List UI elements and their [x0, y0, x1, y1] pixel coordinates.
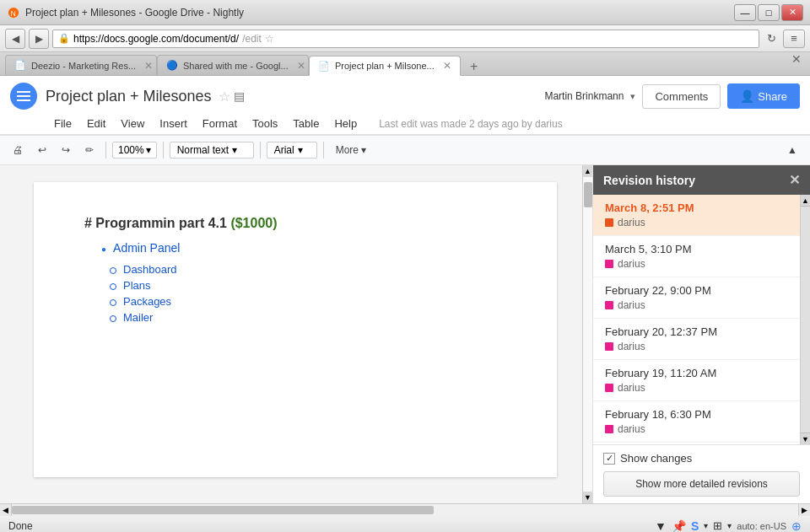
url-bar[interactable]: 🔒 https://docs.google.com/document/d/ /e… [52, 30, 759, 48]
sub-item-label: Mailer [123, 311, 153, 324]
more-button[interactable]: More ▾ [330, 141, 373, 159]
maximize-button[interactable]: □ [758, 4, 780, 21]
back-button[interactable]: ◀ [5, 29, 25, 49]
menu-tools[interactable]: Tools [246, 115, 284, 132]
refresh-button[interactable]: ↻ [763, 30, 780, 47]
download-icon[interactable]: ▼ [655, 519, 667, 533]
revision-item[interactable]: March 8, 2:51 PM darius [593, 195, 800, 236]
scroll-thumb[interactable] [12, 506, 434, 514]
user-dropdown-arrow-icon[interactable]: ▾ [630, 91, 635, 102]
scroll-left-arrow-icon[interactable]: ◀ [0, 504, 12, 516]
zoom-arrow-icon: ▾ [146, 144, 151, 156]
tabs-close-button[interactable]: ✕ [791, 52, 802, 66]
grid-dropdown-icon[interactable]: ▾ [727, 521, 732, 530]
revision-item[interactable]: February 19, 11:20 AM darius [593, 360, 800, 401]
tab-shared[interactable]: 🔵 Shared with me - Googl... ✕ [157, 55, 309, 75]
menu-insert[interactable]: Insert [153, 115, 194, 132]
font-selector[interactable]: Arial ▾ [267, 142, 317, 159]
revision-item[interactable]: February 20, 12:37 PM darius [593, 319, 800, 360]
document-list: ● Admin Panel [84, 241, 506, 258]
show-changes-checkbox[interactable]: ✓ [603, 453, 615, 465]
formatting-bar: 🖨 ↩ ↪ ✏ 100% ▾ Normal text ▾ Arial ▾ Mor… [0, 135, 810, 165]
language-text: auto: en-US [737, 521, 786, 531]
menu-table[interactable]: Table [286, 115, 326, 132]
document-page: # Programmin part 4.1 ($1000) ● Admin Pa… [34, 182, 557, 477]
menu-format[interactable]: Format [196, 115, 244, 132]
sync-dropdown-icon[interactable]: ▾ [704, 521, 708, 530]
forward-button[interactable]: ▶ [29, 29, 49, 49]
menu-help[interactable]: Help [327, 115, 364, 132]
close-button[interactable]: ✕ [781, 4, 803, 21]
user-name-label: darius [618, 217, 645, 228]
lock-icon: 🔒 [58, 33, 70, 44]
tab-project-plan[interactable]: 📄 Project plan + Milsone... ✕ [309, 56, 461, 76]
zoom-selector[interactable]: 100% ▾ [112, 142, 157, 159]
pin-icon[interactable]: 📌 [672, 519, 686, 533]
bookmark-star-icon[interactable]: ☆ [265, 33, 274, 45]
folder-icon[interactable]: ▤ [234, 89, 245, 103]
docs-title-row: Project plan + Milesones ☆ ▤ Martin Brin… [0, 76, 810, 113]
revision-scroll-track[interactable] [801, 207, 810, 433]
menu-file[interactable]: File [47, 115, 78, 132]
horizontal-scrollbar[interactable]: ◀ ▶ [0, 503, 810, 515]
tab-close-icon[interactable]: ✕ [297, 60, 305, 72]
redo-button[interactable]: ↪ [56, 141, 76, 159]
grid-icon[interactable]: ⊞ [713, 519, 722, 532]
tab-label: Shared with me - Googl... [183, 61, 289, 71]
revision-panel-close-button[interactable]: ✕ [789, 172, 800, 188]
hamburger-menu-button[interactable] [10, 83, 37, 110]
revision-scroll-down-icon[interactable]: ▼ [801, 433, 810, 444]
sync-icon[interactable]: S [691, 519, 699, 533]
scroll-track[interactable] [12, 504, 798, 516]
separator [323, 142, 324, 159]
revision-item[interactable]: February 22, 9:00 PM darius [593, 277, 800, 319]
document-title[interactable]: Project plan + Milesones [46, 88, 212, 105]
revision-date: February 18, 6:30 PM [605, 408, 788, 421]
revision-panel-scrollbar[interactable]: ▲ ▼ [800, 195, 810, 444]
comments-button[interactable]: Comments [642, 84, 721, 109]
document-area[interactable]: # Programmin part 4.1 ($1000) ● Admin Pa… [0, 165, 582, 503]
sub-bullet-icon [110, 283, 116, 290]
menu-view[interactable]: View [114, 115, 151, 132]
tab-close-icon[interactable]: ✕ [144, 60, 153, 72]
print-button[interactable]: 🖨 [7, 141, 29, 159]
user-color-dot [605, 301, 613, 309]
tabs-bar: 📄 Deezio - Marketing Res... ✕ 🔵 Shared w… [0, 52, 810, 76]
revision-item[interactable]: February 18, 6:30 PM darius [593, 401, 800, 443]
menu-edit[interactable]: Edit [80, 115, 112, 132]
tab-close-icon[interactable]: ✕ [443, 60, 451, 72]
scroll-right-arrow-icon[interactable]: ▶ [798, 504, 810, 516]
list-item: Plans [110, 279, 506, 292]
browser-menu-button[interactable]: ≡ [783, 30, 805, 48]
collapse-toolbar-button[interactable]: ▲ [781, 141, 803, 159]
font-arrow-icon: ▾ [298, 144, 303, 156]
scroll-track[interactable] [583, 177, 592, 492]
star-icon[interactable]: ☆ [219, 89, 230, 105]
revision-item[interactable]: March 5, 3:10 PM darius [593, 236, 800, 277]
separator [105, 142, 106, 159]
undo-button[interactable]: ↩ [32, 141, 52, 159]
window-controls: — □ ✕ [734, 4, 803, 21]
user-name-label: darius [618, 423, 645, 435]
status-bar: Done ▼ 📌 S ▾ ⊞ ▾ auto: en-US ⊕ [0, 515, 810, 532]
url-left: https://docs.google.com/document/d/ [73, 33, 239, 45]
share-button[interactable]: 👤 Share [727, 83, 800, 109]
minimize-button[interactable]: — [734, 4, 756, 21]
sub-list: Dashboard Plans Packages Mailer [84, 263, 506, 324]
docs-menu-row: File Edit View Insert Format Tools Table… [0, 113, 810, 134]
revision-user: darius [605, 341, 788, 352]
revision-user: darius [605, 299, 788, 311]
scroll-thumb[interactable] [584, 182, 592, 207]
document-vertical-scrollbar[interactable]: ▲ ▼ [582, 165, 592, 503]
tab-icon: 🔵 [166, 60, 178, 71]
style-selector[interactable]: Normal text ▾ [170, 142, 254, 159]
new-tab-button[interactable]: + [464, 58, 484, 75]
accessibility-icon[interactable]: ⊕ [791, 519, 802, 533]
revision-scroll-up-icon[interactable]: ▲ [801, 195, 810, 207]
show-detailed-revisions-button[interactable]: Show more detailed revisions [603, 471, 800, 497]
tab-deezio[interactable]: 📄 Deezio - Marketing Res... ✕ [5, 55, 157, 75]
scroll-up-arrow-icon[interactable]: ▲ [583, 165, 592, 177]
paint-format-button[interactable]: ✏ [79, 141, 100, 159]
scroll-down-arrow-icon[interactable]: ▼ [583, 492, 592, 503]
sub-bullet-icon [110, 315, 116, 322]
